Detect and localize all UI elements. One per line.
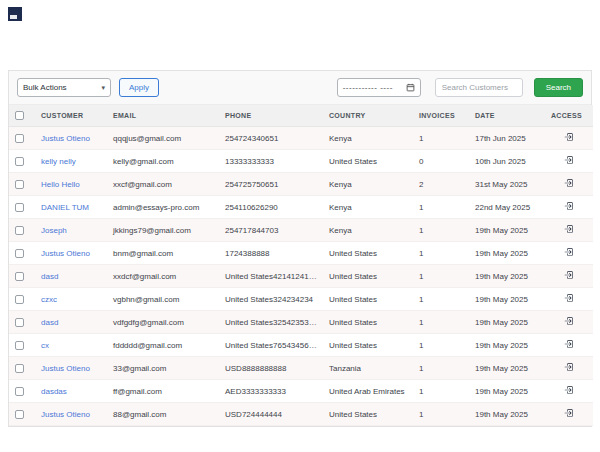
country-cell: Kenya bbox=[323, 127, 413, 150]
row-checkbox[interactable] bbox=[15, 295, 24, 304]
customer-link[interactable]: kelly nelly bbox=[41, 157, 76, 166]
row-checkbox[interactable] bbox=[15, 410, 24, 419]
login-as-customer-icon[interactable] bbox=[564, 247, 574, 257]
table-row: Hello Hello xxcf@gmail.com 254725750651 … bbox=[9, 173, 593, 196]
login-as-customer-icon[interactable] bbox=[564, 270, 574, 280]
header-customer: CUSTOMER bbox=[35, 105, 107, 127]
country-cell: United States bbox=[323, 288, 413, 311]
customer-link[interactable]: dasd bbox=[41, 272, 58, 281]
row-checkbox[interactable] bbox=[15, 203, 24, 212]
invoices-cell: 1 bbox=[413, 242, 469, 265]
table-toolbar: Bulk Actions ▾ Apply ----------- ---- Se… bbox=[9, 71, 591, 105]
date-cell: 22nd May 2025 bbox=[469, 196, 545, 219]
date-cell: 10th Jun 2025 bbox=[469, 150, 545, 173]
email-cell: vgbhn@gmail.com bbox=[107, 288, 219, 311]
bulk-actions-label: Bulk Actions bbox=[23, 83, 67, 92]
email-cell: jkkings79@gmail.com bbox=[107, 219, 219, 242]
row-checkbox[interactable] bbox=[15, 249, 24, 258]
date-cell: 19th May 2025 bbox=[469, 380, 545, 403]
customer-link[interactable]: Justus Otieno bbox=[41, 410, 90, 419]
row-checkbox[interactable] bbox=[15, 272, 24, 281]
invoices-cell: 1 bbox=[413, 127, 469, 150]
email-cell: vdfgdfg@gmail.com bbox=[107, 311, 219, 334]
table-row: Joseph jkkings79@gmail.com 254717844703 … bbox=[9, 219, 593, 242]
row-checkbox[interactable] bbox=[15, 364, 24, 373]
login-as-customer-icon[interactable] bbox=[564, 316, 574, 326]
header-country: COUNTRY bbox=[323, 105, 413, 127]
search-button[interactable]: Search bbox=[534, 78, 583, 97]
email-cell: 33@gmail.com bbox=[107, 357, 219, 380]
email-cell: 88@gmail.com bbox=[107, 403, 219, 426]
row-checkbox[interactable] bbox=[15, 157, 24, 166]
login-as-customer-icon[interactable] bbox=[564, 408, 574, 418]
customer-link[interactable]: Justus Otieno bbox=[41, 249, 90, 258]
bulk-actions-select[interactable]: Bulk Actions ▾ bbox=[17, 78, 111, 97]
customer-link[interactable]: Justus Otieno bbox=[41, 134, 90, 143]
table-row: dasd vdfgdfg@gmail.com United States3254… bbox=[9, 311, 593, 334]
row-checkbox[interactable] bbox=[15, 180, 24, 189]
phone-cell: AED3333333333 bbox=[219, 380, 323, 403]
phone-cell: United States4214124124 bbox=[219, 265, 323, 288]
login-as-customer-icon[interactable] bbox=[564, 155, 574, 165]
date-filter-input[interactable]: ----------- ---- bbox=[337, 78, 421, 97]
date-cell: 19th May 2025 bbox=[469, 334, 545, 357]
search-input[interactable] bbox=[435, 78, 523, 97]
phone-cell: United States7654345676 bbox=[219, 334, 323, 357]
phone-cell: United States324234234 bbox=[219, 288, 323, 311]
table-body: Justus Otieno qqqjus@gmail.com 254724340… bbox=[9, 127, 593, 426]
customer-link[interactable]: Justus Otieno bbox=[41, 364, 90, 373]
date-cell: 19th May 2025 bbox=[469, 311, 545, 334]
invoices-cell: 1 bbox=[413, 265, 469, 288]
invoices-cell: 1 bbox=[413, 219, 469, 242]
customer-link[interactable]: DANIEL TUM bbox=[41, 203, 89, 212]
login-as-customer-icon[interactable] bbox=[564, 385, 574, 395]
country-cell: United States bbox=[323, 403, 413, 426]
date-cell: 31st May 2025 bbox=[469, 173, 545, 196]
invoices-cell: 2 bbox=[413, 173, 469, 196]
table-row: Justus Otieno 33@gmail.com USD8888888888… bbox=[9, 357, 593, 380]
customer-link[interactable]: Hello Hello bbox=[41, 180, 80, 189]
login-as-customer-icon[interactable] bbox=[564, 201, 574, 211]
phone-cell: 254717844703 bbox=[219, 219, 323, 242]
customer-link[interactable]: Joseph bbox=[41, 226, 67, 235]
phone-cell: 1724388888 bbox=[219, 242, 323, 265]
phone-cell: 254110626290 bbox=[219, 196, 323, 219]
date-cell: 19th May 2025 bbox=[469, 288, 545, 311]
header-phone: PHONE bbox=[219, 105, 323, 127]
login-as-customer-icon[interactable] bbox=[564, 178, 574, 188]
login-as-customer-icon[interactable] bbox=[564, 132, 574, 142]
invoices-cell: 1 bbox=[413, 196, 469, 219]
email-cell: xxdcf@gmail.com bbox=[107, 265, 219, 288]
country-cell: Tanzania bbox=[323, 357, 413, 380]
row-checkbox[interactable] bbox=[15, 341, 24, 350]
table-row: Justus Otieno 88@gmail.com USD724444444 … bbox=[9, 403, 593, 426]
login-as-customer-icon[interactable] bbox=[564, 362, 574, 372]
row-checkbox[interactable] bbox=[15, 387, 24, 396]
login-as-customer-icon[interactable] bbox=[564, 339, 574, 349]
header-date: DATE bbox=[469, 105, 545, 127]
row-checkbox[interactable] bbox=[15, 318, 24, 327]
phone-cell: 13333333333 bbox=[219, 150, 323, 173]
table-row: kelly nelly kelly@gmail.com 13333333333 … bbox=[9, 150, 593, 173]
invoices-cell: 1 bbox=[413, 311, 469, 334]
row-checkbox[interactable] bbox=[15, 134, 24, 143]
apply-button[interactable]: Apply bbox=[119, 78, 159, 97]
date-cell: 19th May 2025 bbox=[469, 265, 545, 288]
customer-link[interactable]: cx bbox=[41, 341, 49, 350]
login-as-customer-icon[interactable] bbox=[564, 224, 574, 234]
customer-link[interactable]: dasd bbox=[41, 318, 58, 327]
select-all-checkbox[interactable] bbox=[15, 111, 24, 120]
table-row: Justus Otieno bnm@gmail.com 1724388888 U… bbox=[9, 242, 593, 265]
phone-cell: USD8888888888 bbox=[219, 357, 323, 380]
phone-cell: United States3254235325 bbox=[219, 311, 323, 334]
customer-link[interactable]: dasdas bbox=[41, 387, 67, 396]
customer-link[interactable]: czxc bbox=[41, 295, 57, 304]
login-as-customer-icon[interactable] bbox=[564, 293, 574, 303]
table-row: DANIEL TUM admin@essays-pro.com 25411062… bbox=[9, 196, 593, 219]
header-invoices: INVOICES bbox=[413, 105, 469, 127]
row-checkbox[interactable] bbox=[15, 226, 24, 235]
table-row: Justus Otieno qqqjus@gmail.com 254724340… bbox=[9, 127, 593, 150]
invoices-cell: 1 bbox=[413, 288, 469, 311]
table-header-row: CUSTOMER EMAIL PHONE COUNTRY INVOICES DA… bbox=[9, 105, 593, 127]
header-access: ACCESS bbox=[545, 105, 593, 127]
